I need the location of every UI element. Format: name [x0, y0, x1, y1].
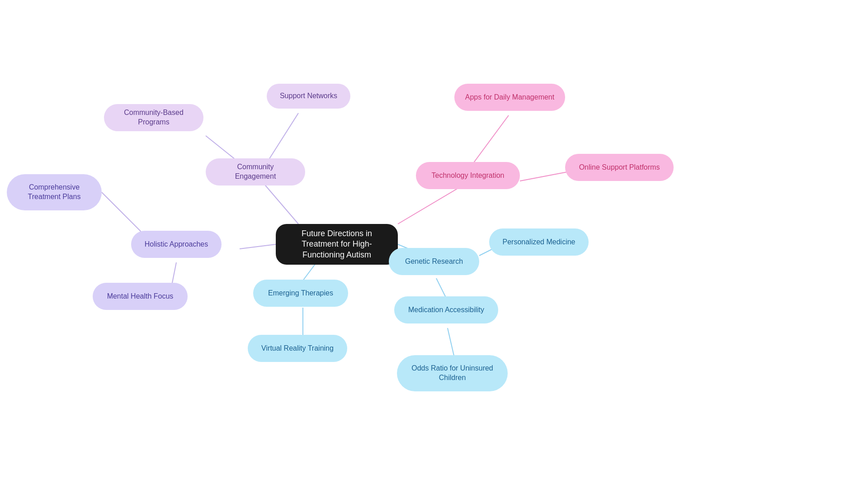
svg-line-8: [520, 172, 567, 181]
comprehensive-treatment-node: Comprehensive Treatment Plans: [7, 174, 102, 210]
community-programs-node: Community-Based Programs: [104, 104, 203, 131]
odds-ratio-node: Odds Ratio for Uninsured Children: [397, 355, 508, 391]
online-support-platforms-node: Online Support Platforms: [565, 154, 674, 181]
genetic-research-node: Genetic Research: [389, 248, 479, 275]
apps-daily-management-node: Apps for Daily Management: [454, 84, 565, 111]
svg-line-0: [240, 244, 276, 249]
emerging-therapies-node: Emerging Therapies: [253, 280, 348, 307]
svg-line-12: [479, 249, 493, 256]
svg-line-2: [172, 262, 176, 285]
mental-health-node: Mental Health Focus: [93, 283, 188, 310]
svg-line-9: [303, 262, 316, 281]
support-networks-node: Support Networks: [267, 84, 350, 109]
personalized-medicine-node: Personalized Medicine: [489, 228, 589, 256]
technology-integration-node: Technology Integration: [416, 162, 520, 189]
medication-accessibility-node: Medication Accessibility: [394, 296, 498, 323]
vr-training-node: Virtual Reality Training: [248, 335, 347, 362]
svg-line-7: [470, 115, 509, 167]
center-node: Future Directions in Treatment for High-…: [276, 224, 398, 265]
svg-line-5: [267, 113, 298, 163]
community-engagement-node: Community Engagement: [206, 158, 305, 186]
svg-line-14: [448, 328, 454, 357]
holistic-approaches-node: Holistic Approaches: [131, 231, 222, 258]
